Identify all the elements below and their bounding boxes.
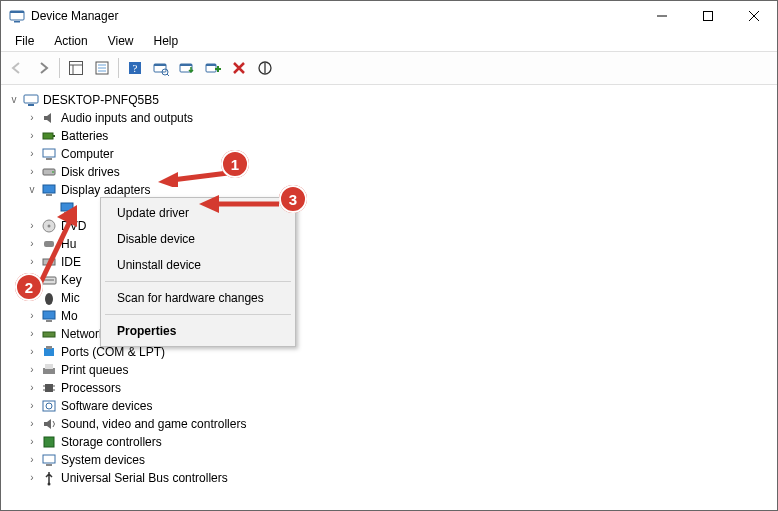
speaker-icon [41,110,57,126]
chevron-right-icon[interactable]: › [25,253,39,271]
tree-label: Print queues [61,361,128,379]
tree-label: Batteries [61,127,108,145]
ctx-scan-hardware[interactable]: Scan for hardware changes [103,285,293,311]
context-menu: Update driver Disable device Uninstall d… [100,197,296,347]
port-icon [41,344,57,360]
chevron-right-icon[interactable]: › [25,217,39,235]
show-hide-tree-button[interactable] [64,56,88,80]
update-driver-button[interactable] [175,56,199,80]
display-adapter-icon [59,200,75,216]
ctx-update-driver[interactable]: Update driver [103,200,293,226]
minimize-button[interactable] [639,1,685,31]
chevron-right-icon[interactable]: › [25,127,39,145]
chevron-right-icon[interactable]: › [25,235,39,253]
chevron-right-icon[interactable]: › [25,469,39,487]
pc-icon [41,146,57,162]
tree-node-computer[interactable]: ›Computer [25,145,773,163]
help-button[interactable]: ? [123,56,147,80]
chevron-right-icon[interactable]: › [25,109,39,127]
tree-label: Disk drives [61,163,120,181]
toolbar-separator [59,58,60,78]
annotation-badge-3: 3 [279,185,307,213]
svg-rect-2 [14,21,20,23]
close-button[interactable] [731,1,777,31]
tree-node-printq[interactable]: ›Print queues [25,361,773,379]
mouse-icon [41,290,57,306]
svg-rect-28 [53,135,55,137]
disable-button[interactable] [253,56,277,80]
tree-node-batteries[interactable]: ›Batteries [25,127,773,145]
menu-action[interactable]: Action [46,32,95,50]
svg-rect-44 [43,311,55,319]
menu-file[interactable]: File [7,32,42,50]
chevron-right-icon[interactable]: › [25,379,39,397]
hid-icon [41,236,57,252]
svg-rect-35 [61,203,73,211]
tree-node-processors[interactable]: ›Processors [25,379,773,397]
svg-rect-33 [43,185,55,193]
chevron-right-icon[interactable]: › [25,433,39,451]
chevron-down-icon[interactable]: v [25,181,39,199]
system-icon [41,452,57,468]
tree-label: Storage controllers [61,433,162,451]
ctx-disable-device[interactable]: Disable device [103,226,293,252]
chevron-right-icon[interactable]: › [25,145,39,163]
menu-view[interactable]: View [100,32,142,50]
chevron-right-icon[interactable]: › [25,451,39,469]
svg-rect-23 [206,64,216,66]
tree-label: Software devices [61,397,152,415]
chevron-right-icon[interactable]: › [25,415,39,433]
tree-node-software[interactable]: ›Software devices [25,397,773,415]
software-icon [41,398,57,414]
tree-node-system[interactable]: ›System devices [25,451,773,469]
svg-text:?: ? [133,62,138,74]
tree-label: Key [61,271,82,289]
monitor-icon [41,308,57,324]
svg-rect-34 [46,194,52,196]
svg-rect-26 [28,104,34,106]
svg-rect-59 [43,455,55,463]
properties-button[interactable] [90,56,114,80]
printer-icon [41,362,57,378]
device-tree[interactable]: v DESKTOP-PNFQ5B5 ›Audio inputs and outp… [1,85,777,491]
uninstall-button[interactable] [227,56,251,80]
tree-label: Mo [61,307,78,325]
svg-point-38 [48,225,51,228]
svg-point-32 [52,171,54,173]
svg-point-61 [48,483,51,486]
svg-rect-25 [24,95,38,103]
annotation-number: 2 [25,279,33,296]
tree-node-usb[interactable]: ›Universal Serial Bus controllers [25,469,773,487]
tree-root-label: DESKTOP-PNFQ5B5 [43,91,159,109]
svg-rect-30 [46,158,52,160]
annotation-badge-1: 1 [221,150,249,178]
ctx-uninstall-device[interactable]: Uninstall device [103,252,293,278]
tree-node-sound[interactable]: ›Sound, video and game controllers [25,415,773,433]
ctx-properties[interactable]: Properties [103,318,293,344]
tree-label: Sound, video and game controllers [61,415,246,433]
svg-line-19 [167,74,169,76]
forward-button[interactable] [31,56,55,80]
chevron-right-icon[interactable]: › [25,361,39,379]
chevron-right-icon[interactable]: › [25,307,39,325]
tree-node-disk[interactable]: ›Disk drives [25,163,773,181]
chevron-right-icon[interactable]: › [25,343,39,361]
back-button[interactable] [5,56,29,80]
tree-node-storage[interactable]: ›Storage controllers [25,433,773,451]
svg-rect-17 [154,64,166,66]
toolbar: ? [1,51,777,85]
svg-rect-50 [45,364,53,369]
scan-hardware-button[interactable] [149,56,173,80]
tree-node-audio[interactable]: ›Audio inputs and outputs [25,109,773,127]
svg-rect-4 [704,12,713,21]
chevron-right-icon[interactable]: › [25,325,39,343]
menu-help[interactable]: Help [146,32,187,50]
add-legacy-button[interactable] [201,56,225,80]
tree-root[interactable]: v DESKTOP-PNFQ5B5 [7,91,773,109]
chevron-right-icon[interactable]: › [25,397,39,415]
chevron-right-icon[interactable]: › [25,163,39,181]
titlebar: Device Manager [1,1,777,31]
chevron-down-icon[interactable]: v [7,91,21,109]
maximize-button[interactable] [685,1,731,31]
tree-label: Hu [61,235,76,253]
